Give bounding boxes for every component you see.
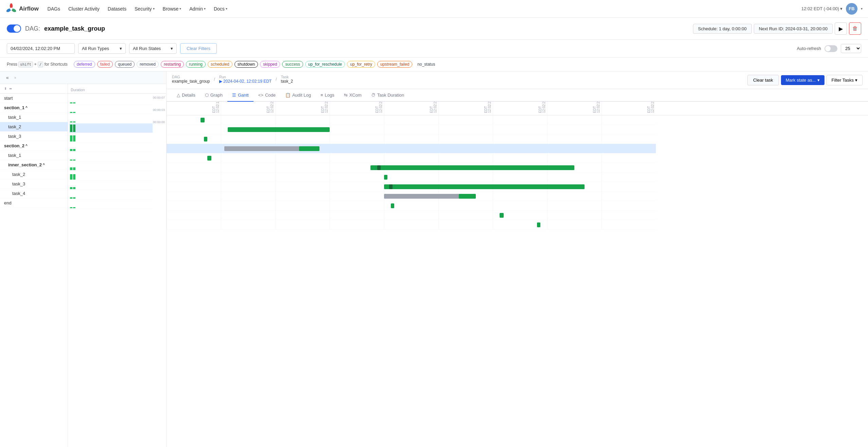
tab-xcom-icon: ⇆ <box>344 93 348 98</box>
gantt-row-task_3[interactable] <box>167 201 656 211</box>
dag-breadcrumb-value: example_task_group <box>172 79 210 84</box>
task-row-section_2[interactable]: section_2 ^ <box>0 141 68 151</box>
task-row-task_3[interactable]: task_3 <box>0 132 68 141</box>
tab-gantt[interactable]: ☰Gantt <box>227 89 254 102</box>
run-breadcrumb-label: Run <box>219 75 272 79</box>
gantt-bar <box>500 213 504 218</box>
gantt-row-section_1[interactable] <box>167 125 656 134</box>
tab-xcom[interactable]: ⇆XCom <box>339 89 366 102</box>
gantt-row-task_1[interactable] <box>167 172 656 182</box>
dag-toggle[interactable] <box>7 24 21 33</box>
gantt-row-inner_section_2[interactable] <box>167 182 656 192</box>
mini-bar-row-start <box>69 95 153 104</box>
task-row-start[interactable]: start <box>0 94 68 103</box>
expand-icon[interactable]: ⬍ <box>4 87 7 90</box>
nav-docs[interactable]: Docs ▾ <box>210 4 231 14</box>
status-badge-success[interactable]: success <box>282 61 303 68</box>
collapse-all-button[interactable]: « <box>3 73 12 82</box>
collapse-icon[interactable]: ⬌ <box>9 87 12 90</box>
page-size-select[interactable]: 25 50 100 <box>841 44 861 53</box>
gantt-time-label: 12:02:24 EDT <box>493 102 547 115</box>
gantt-bar <box>537 222 540 227</box>
task-breadcrumb-label: Task <box>281 75 293 79</box>
brand[interactable]: Airflow <box>5 3 39 15</box>
status-badge-removed[interactable]: removed <box>137 61 159 68</box>
tab-code[interactable]: <>Code <box>254 89 280 102</box>
gantt-chart[interactable]: 12:02:19 EDT12:02:20 EDT12:02:21 EDT12:0… <box>167 102 868 447</box>
status-badge-deferred[interactable]: deferred <box>74 61 95 68</box>
auto-refresh-toggle[interactable] <box>824 45 837 52</box>
gantt-bar <box>384 194 466 199</box>
dag-breadcrumb-label: DAG <box>172 75 210 79</box>
status-badge-up_for_reschedule[interactable]: up_for_reschedule <box>305 61 345 68</box>
gantt-time-label: 12:02:26 EDT <box>602 102 656 115</box>
gantt-row-task_4[interactable] <box>167 211 656 220</box>
run-states-select[interactable]: All Run States ▾ <box>129 43 177 54</box>
status-badge-upstream_failed[interactable]: upstream_failed <box>377 61 412 68</box>
gantt-row-start[interactable] <box>167 115 656 125</box>
task-row-inner_section_2[interactable]: inner_section_2 ^ <box>0 160 68 170</box>
svg-point-4 <box>10 7 13 10</box>
task-row-task_4[interactable]: task_4 <box>0 189 68 198</box>
status-badge-failed[interactable]: failed <box>97 61 113 68</box>
task-row-task_2[interactable]: task_2 <box>0 170 68 179</box>
task-row-end[interactable]: end <box>0 198 68 208</box>
tab-task-duration[interactable]: ⏱Task Duration <box>366 89 409 102</box>
avatar-dropdown-arrow-icon[interactable]: ▾ <box>861 7 863 11</box>
nav-security[interactable]: Security ▾ <box>131 4 158 14</box>
nav-admin[interactable]: Admin ▾ <box>186 4 209 14</box>
tab-logs-icon: ≡ <box>320 93 323 98</box>
status-bar: Press shift + / for Shortcuts deferredfa… <box>0 57 868 71</box>
task-row-section_1[interactable]: section_1 ^ <box>0 103 68 113</box>
gantt-body <box>167 115 656 230</box>
gantt-row-task_3[interactable] <box>167 153 656 163</box>
gantt-time-label: 12:02:20 EDT <box>221 102 275 115</box>
time-display[interactable]: 12:02 EDT (-04:00) ▾ <box>801 6 843 11</box>
tab-logs[interactable]: ≡Logs <box>316 89 339 102</box>
date-filter[interactable]: 04/02/2024, 12:02:20 PM <box>7 43 75 54</box>
mark-state-dropdown-icon: ▾ <box>817 78 820 83</box>
dag-header-right: Schedule: 1 day, 0:00:00 Next Run ID: 20… <box>693 22 861 35</box>
gantt-row-task_2[interactable] <box>167 144 656 153</box>
tabs: △Details⬡Graph☰Gantt<>Code📋Audit Log≡Log… <box>167 89 868 102</box>
gantt-bar <box>459 194 476 199</box>
status-badge-skipped[interactable]: skipped <box>260 61 280 68</box>
status-badge-running[interactable]: running <box>186 61 206 68</box>
tab-graph[interactable]: ⬡Graph <box>200 89 227 102</box>
mark-state-button[interactable]: Mark state as... ▾ <box>781 75 824 85</box>
task-row-task_1[interactable]: task_1 <box>0 151 68 160</box>
gantt-row-end[interactable] <box>167 220 656 230</box>
run-breadcrumb-value[interactable]: ▶ 2024-04-02, 12:02:19 EDT <box>219 79 272 84</box>
tab-details[interactable]: △Details <box>172 89 200 102</box>
filter-tasks-button[interactable]: Filter Tasks ▾ <box>827 75 863 85</box>
filter-tasks-dropdown-icon: ▾ <box>855 78 857 83</box>
tab-audit-log[interactable]: 📋Audit Log <box>280 89 316 102</box>
gantt-row-task_2[interactable] <box>167 192 656 201</box>
task-row-task_1[interactable]: task_1 <box>0 113 68 122</box>
status-badge-no_status[interactable]: no_status <box>414 61 438 68</box>
clear-task-button[interactable]: Clear task <box>747 75 779 85</box>
task-row-task_3[interactable]: task_3 <box>0 179 68 189</box>
expand-collapse-controls: ⬍ ⬌ <box>4 87 12 90</box>
nav-cluster-activity[interactable]: Cluster Activity <box>65 4 103 14</box>
nav-datasets[interactable]: Datasets <box>104 4 130 14</box>
gantt-row-task_1[interactable] <box>167 134 656 144</box>
nav-browse[interactable]: Browse ▾ <box>159 4 185 14</box>
status-badge-queued[interactable]: queued <box>115 61 135 68</box>
status-badge-restarting[interactable]: restarting <box>161 61 184 68</box>
gantt-left: ⬍ ⬌ startsection_1 ^task_1task_2task_3se… <box>0 84 166 447</box>
delete-button[interactable]: 🗑 <box>849 22 861 35</box>
gantt-row-section_2[interactable] <box>167 163 656 172</box>
status-badge-up_for_retry[interactable]: up_for_retry <box>347 61 375 68</box>
status-badge-scheduled[interactable]: scheduled <box>208 61 232 68</box>
user-avatar[interactable]: FB <box>846 3 857 15</box>
dag-header: DAG: example_task_group Schedule: 1 day,… <box>0 18 868 40</box>
status-badge-shutdown[interactable]: shutdown <box>235 61 258 68</box>
task-row-task_2[interactable]: task_2 <box>0 122 68 132</box>
nav-dags[interactable]: DAGs <box>44 4 64 14</box>
clear-filters-button[interactable]: Clear Filters <box>180 43 217 54</box>
expand-hint: » <box>14 76 16 80</box>
run-types-select[interactable]: All Run Types ▾ <box>78 43 126 54</box>
play-button[interactable]: ▶ <box>835 22 847 35</box>
run-types-arrow-icon: ▾ <box>120 46 122 51</box>
